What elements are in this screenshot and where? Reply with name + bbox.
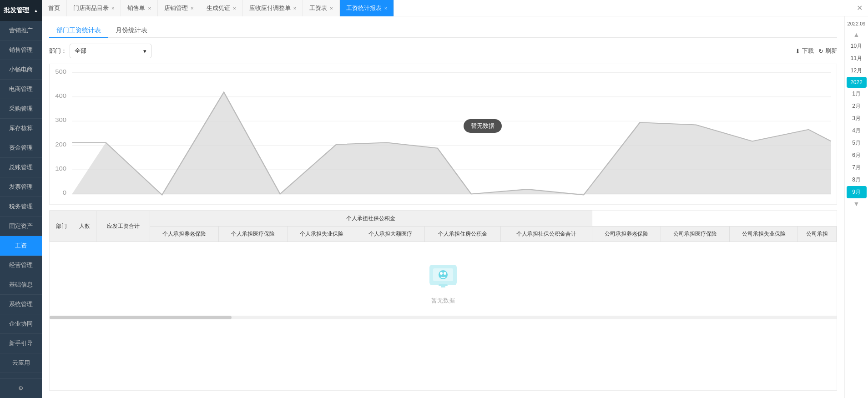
tab-close-icon[interactable]: × [384,5,387,11]
tab-month-stats[interactable]: 月份统计表 [108,24,155,38]
sidebar-item-销售管理[interactable]: 销售管理 [0,40,42,60]
right-date-panel: 2022.09 ▲ 10月11月12月20221月2月3月4月5月6月7月8月9… [844,16,868,398]
month-item-3月[interactable]: 3月 [847,112,867,125]
content-area: 部门工资统计表 月份统计表 部门： 全部 ▾ ⬇ [42,16,868,398]
page-content: 部门工资统计表 月份统计表 部门： 全部 ▾ ⬇ [42,16,844,398]
month-item-11月[interactable]: 11月 [847,52,867,65]
sidebar-item-新手引导[interactable]: 新手引导 [0,334,42,353]
horizontal-scrollbar[interactable] [50,316,837,319]
tab-close-icon[interactable]: × [330,5,333,11]
dept-label: 部门： [49,47,67,55]
sidebar-footer-settings[interactable]: ⚙ [0,378,42,398]
month-item-4月[interactable]: 4月 [847,125,867,137]
sidebar-item-发票管理[interactable]: 发票管理 [0,177,42,197]
sidebar-item-营销推广[interactable]: 营销推广 [0,21,42,40]
sidebar-item-工资[interactable]: 工资 [0,236,42,256]
month-item-5月[interactable]: 5月 [847,137,867,149]
svg-text:100: 100 [55,166,66,172]
th-total-salary: 应发工资合计 [96,211,150,242]
tab-首页[interactable]: 首页 [42,0,67,16]
refresh-label: 刷新 [825,47,837,55]
sidebar-title: 批发管理 [4,6,29,15]
sidebar-item-采购管理[interactable]: 采购管理 [0,99,42,119]
svg-text:500: 500 [55,69,66,75]
tab-工资表[interactable]: 工资表× [303,0,339,16]
th-个人承担失业保险: 个人承担失业保险 [287,227,356,242]
sidebar-item-云应用[interactable]: 云应用 [0,353,42,373]
scrollbar-thumb[interactable] [50,316,232,319]
chevron-down-icon: ▾ [143,48,146,55]
svg-point-17 [444,272,446,275]
sidebar-item-企业协同[interactable]: 企业协同 [0,314,42,334]
tab-工资统计报表[interactable]: 工资统计报表× [340,0,394,16]
month-item-7月[interactable]: 7月 [847,161,867,174]
th-dept: 部门 [50,211,73,242]
sidebar-item-小畅电商[interactable]: 小畅电商 [0,60,42,80]
empty-state: 暂无数据 [50,242,837,314]
month-item-10月[interactable]: 10月 [847,40,867,52]
month-item-12月[interactable]: 12月 [847,65,867,77]
th-个人承担医疗保险: 个人承担医疗保险 [218,227,287,242]
tab-dept-stats[interactable]: 部门工资统计表 [49,24,108,38]
tab-bar: 首页门店商品目录×销售单×店铺管理×生成凭证×应收应付调整单×工资表×工资统计报… [42,0,868,16]
sidebar-item-库存核算[interactable]: 库存核算 [0,119,42,138]
toolbar-left: 部门： 全部 ▾ [49,44,151,58]
month-item-6月[interactable]: 6月 [847,149,867,161]
sub-tabs: 部门工资统计表 月份统计表 [49,24,837,38]
month-item-8月[interactable]: 8月 [847,174,867,186]
sidebar-item-固定资产[interactable]: 固定资产 [0,217,42,236]
current-year-month-label: 2022.09 [847,18,867,29]
month-item-2月[interactable]: 2月 [847,100,867,112]
month-item-9月[interactable]: 9月 [847,186,867,198]
sidebar-header[interactable]: 批发管理 ▲ [0,0,42,21]
download-label: 下载 [802,47,814,55]
dept-filter: 部门： 全部 ▾ [49,44,151,58]
tab-close-icon[interactable]: × [148,5,151,11]
refresh-icon: ↻ [818,48,823,55]
svg-rect-19 [441,286,445,287]
refresh-button[interactable]: ↻ 刷新 [818,47,837,55]
tab-销售单[interactable]: 销售单× [121,0,157,16]
th-公司承担失业保险: 公司承担失业保险 [729,227,798,242]
sidebar: 批发管理 ▲ 营销推广销售管理小畅电商电商管理采购管理库存核算资金管理总账管理发… [0,0,42,398]
download-button[interactable]: ⬇ 下载 [795,47,814,55]
nav-up-button[interactable]: ▲ [847,29,867,40]
tab-店铺管理[interactable]: 店铺管理× [158,0,200,16]
sidebar-item-资金管理[interactable]: 资金管理 [0,138,42,158]
table-wrapper[interactable]: 部门 人数 应发工资合计 个人承担社保公积金 个人承担养老保险个人承担医疗保险个… [49,210,837,391]
download-icon: ⬇ [795,48,800,55]
tab-门店商品目录[interactable]: 门店商品目录× [67,0,121,16]
sidebar-item-电商管理[interactable]: 电商管理 [0,80,42,99]
tab-close-icon[interactable]: × [191,5,193,11]
sidebar-item-系统管理[interactable]: 系统管理 [0,295,42,314]
sidebar-item-税务管理[interactable]: 税务管理 [0,197,42,217]
sidebar-collapse-icon: ▲ [34,8,38,13]
svg-text:300: 300 [55,117,66,123]
dept-select-box[interactable]: 全部 ▾ [70,44,151,58]
sidebar-item-总账管理[interactable]: 总账管理 [0,158,42,177]
tab-应收应付调整单[interactable]: 应收应付调整单× [243,0,303,16]
tab-close-icon[interactable]: × [111,5,114,11]
gear-icon: ⚙ [18,385,24,392]
nav-down-button[interactable]: ▼ [847,198,867,209]
month-item-1月[interactable]: 1月 [847,88,867,100]
th-公司承担医疗保险: 公司承担医疗保险 [661,227,729,242]
svg-text:400: 400 [55,93,66,99]
tab-close-icon[interactable]: × [293,5,296,11]
th-个人承担大额医疗: 个人承担大额医疗 [356,227,424,242]
toolbar-right: ⬇ 下载 ↻ 刷新 [795,47,837,55]
sidebar-item-经营管理[interactable]: 经营管理 [0,256,42,275]
table-no-data-label: 暂无数据 [431,297,455,305]
svg-text:0: 0 [63,190,67,196]
th-personal-insurance: 个人承担社保公积金 [150,211,592,227]
chart-container: 500 400 300 200 100 0 [49,64,837,205]
tab-bar-close-button[interactable]: ✕ [851,4,868,12]
dept-select-value: 全部 [75,47,86,55]
tab-close-icon[interactable]: × [233,5,236,11]
tab-生成凭证[interactable]: 生成凭证× [200,0,242,16]
sidebar-item-基础信息[interactable]: 基础信息 [0,275,42,295]
month-item-2022[interactable]: 2022 [847,77,867,88]
stats-table: 部门 人数 应发工资合计 个人承担社保公积金 个人承担养老保险个人承担医疗保险个… [50,211,837,314]
th-个人承担住房公积金: 个人承担住房公积金 [424,227,501,242]
chart-svg: 500 400 300 200 100 0 [50,64,837,204]
